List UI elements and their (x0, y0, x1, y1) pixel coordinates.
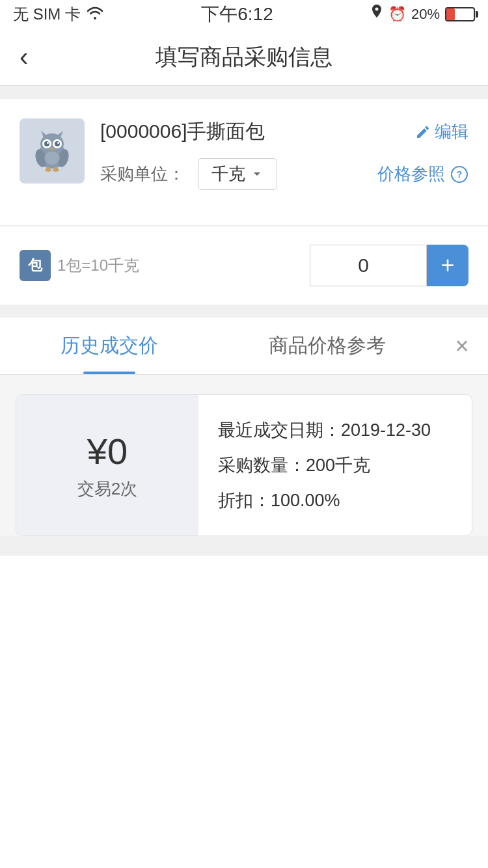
status-time: 下午6:12 (201, 2, 273, 27)
card-left: ¥0 交易2次 (16, 395, 198, 536)
product-thumbnail (20, 118, 85, 183)
tab-history-label: 历史成交价 (61, 332, 158, 359)
wifi-icon (86, 5, 104, 23)
tab-product-label: 商品价格参考 (269, 332, 386, 359)
svg-marker-3 (57, 131, 63, 137)
product-name: [0000006]手撕面包 (100, 118, 265, 145)
discount-label: 折扣： (218, 491, 271, 510)
discount-value: 100.00% (271, 491, 340, 510)
price-value: ¥0 (87, 430, 128, 472)
transaction-card: ¥0 交易2次 最近成交日期：2019-12-30 采购数量：200千克 折扣：… (16, 394, 472, 536)
product-section: [0000006]手撕面包 编辑 采购单位： 千克 价格参照 (0, 99, 488, 225)
status-left: 无 SIM 卡 (13, 4, 104, 25)
date-value: 2019-12-30 (341, 420, 431, 440)
quantity-plus-button[interactable]: + (427, 245, 468, 286)
tab-product-price-ref[interactable]: 商品价格参考 (218, 318, 436, 374)
unit-select[interactable]: 千克 (198, 158, 277, 190)
quantity-label: 包 1包=10千克 (20, 250, 139, 281)
svg-point-6 (44, 141, 49, 146)
edit-button[interactable]: 编辑 (415, 120, 468, 143)
svg-point-9 (57, 142, 59, 144)
product-header: [0000006]手撕面包 编辑 采购单位： 千克 价格参照 (20, 118, 468, 190)
battery-percent: 20% (411, 6, 440, 23)
status-right: ⏰ 20% (370, 5, 475, 24)
nav-bar: ‹ 填写商品采购信息 (0, 29, 488, 86)
price-reference-button[interactable]: 价格参照 ? (377, 163, 468, 185)
quantity-row: 采购数量：200千克 (218, 454, 452, 477)
tab-history-price[interactable]: 历史成交价 (0, 318, 218, 374)
quantity-section: 包 1包=10千克 + (0, 226, 488, 305)
quantity-controls: + (310, 245, 468, 286)
tab-underline (83, 372, 135, 374)
page-title: 填写商品采购信息 (156, 42, 332, 72)
no-sim-text: 无 SIM 卡 (13, 4, 81, 25)
alarm-icon: ⏰ (388, 6, 406, 23)
battery-icon (445, 7, 475, 21)
bag-label: 包 (28, 256, 42, 275)
product-title-row: [0000006]手撕面包 编辑 (100, 118, 468, 145)
bag-icon: 包 (20, 250, 51, 281)
quantity-input[interactable] (310, 245, 427, 286)
status-bar: 无 SIM 卡 下午6:12 ⏰ 20% (0, 0, 488, 29)
date-row: 最近成交日期：2019-12-30 (218, 418, 452, 442)
svg-marker-2 (41, 131, 47, 137)
card-right: 最近成交日期：2019-12-30 采购数量：200千克 折扣：100.00% (198, 395, 472, 536)
svg-point-8 (47, 142, 49, 144)
transaction-count: 交易2次 (77, 478, 137, 500)
quantity-detail-value: 200千克 (306, 455, 370, 475)
back-button[interactable]: ‹ (20, 36, 41, 78)
main-body (0, 556, 488, 868)
discount-row: 折扣：100.00% (218, 489, 452, 512)
location-icon (370, 5, 383, 24)
price-ref-label: 价格参照 (377, 163, 445, 185)
package-hint: 1包=10千克 (57, 255, 139, 276)
unit-label: 采购单位： (100, 163, 185, 185)
svg-point-7 (55, 141, 60, 146)
unit-value: 千克 (211, 163, 245, 185)
svg-point-19 (44, 152, 60, 165)
svg-text:?: ? (457, 169, 463, 180)
price-panel: 历史成交价 商品价格参考 × ¥0 交易2次 最近成交日期：2019-12-30… (0, 318, 488, 536)
quantity-detail-label: 采购数量： (218, 455, 306, 475)
price-tabs: 历史成交价 商品价格参考 × (0, 318, 488, 375)
edit-label: 编辑 (435, 120, 468, 143)
date-label: 最近成交日期： (218, 420, 341, 440)
close-panel-button[interactable]: × (436, 318, 488, 375)
unit-row: 采购单位： 千克 价格参照 ? (100, 158, 468, 190)
product-info: [0000006]手撕面包 编辑 采购单位： 千克 价格参照 (100, 118, 468, 190)
